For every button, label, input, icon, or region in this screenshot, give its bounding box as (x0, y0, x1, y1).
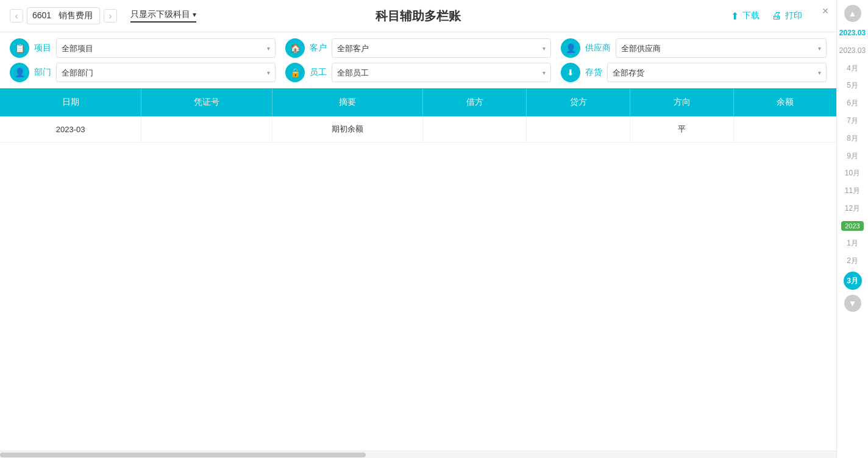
customer-select[interactable]: 全部客户 (332, 39, 550, 57)
right-sidebar: ▲ 2023.03 2023.03 4月 5月 6月 7月 8月 9月 10月 … (836, 0, 868, 458)
print-label: 打印 (785, 10, 802, 21)
filter-employee: 🔒 员工 全部员工 ▾ (285, 63, 551, 82)
supplier-select[interactable]: 全部供应商 (616, 39, 826, 57)
sidebar-down-arrow[interactable]: ▼ (844, 295, 861, 312)
cell-direction: 平 (630, 116, 734, 143)
sidebar-item-3-active[interactable]: 3月 (837, 272, 868, 290)
sidebar-item-8[interactable]: 8月 (837, 130, 868, 147)
print-icon: 🖨 (772, 10, 781, 21)
month-3-active-badge: 3月 (844, 272, 862, 290)
filter-area: 📋 项目 全部项目 ▾ 🏠 客户 全部客户 ▾ (0, 32, 836, 88)
department-icon: 👤 (10, 63, 29, 82)
department-select[interactable]: 全部部门 (57, 63, 275, 82)
employee-label: 员工 (310, 67, 327, 78)
sidebar-item-2023-03-2[interactable]: 2023.03 (837, 42, 868, 60)
filter-customer: 🏠 客户 全部客户 ▾ (285, 38, 551, 58)
sidebar-item-6[interactable]: 6月 (837, 94, 868, 112)
col-balance: 余额 (734, 88, 836, 116)
year-badge-label: 2023 (841, 221, 863, 231)
sidebar-item-12[interactable]: 12月 (837, 200, 868, 217)
cell-credit (527, 116, 630, 143)
chevron-down-icon: ▾ (193, 10, 196, 19)
filter-supplier: 👤 供应商 全部供应商 ▾ (561, 38, 827, 58)
sidebar-item-2[interactable]: 2月 (837, 252, 868, 270)
table-container: 日期 凭证号 摘要 借方 贷方 方向 余额 2023-03 期初余额 平 (0, 88, 836, 451)
project-select[interactable]: 全部项目 (57, 39, 275, 57)
inventory-label: 存货 (585, 67, 602, 78)
col-date: 日期 (0, 88, 141, 116)
cell-summary: 期初余额 (272, 116, 423, 143)
customer-icon: 🏠 (285, 38, 305, 58)
project-icon: 📋 (10, 38, 29, 58)
sidebar-item-10[interactable]: 10月 (837, 164, 868, 182)
project-select-wrapper: 全部项目 ▾ (56, 38, 276, 58)
horizontal-scrollbar[interactable] (0, 451, 836, 458)
employee-select[interactable]: 全部员工 (332, 63, 550, 82)
sidebar-item-9[interactable]: 9月 (837, 147, 868, 165)
department-select-wrapper: 全部部门 ▾ (56, 63, 276, 82)
year-2023-badge[interactable]: 2023 (841, 220, 863, 232)
col-credit: 贷方 (527, 88, 630, 116)
print-button[interactable]: 🖨 打印 (772, 10, 802, 21)
employee-select-wrapper: 全部员工 ▾ (332, 63, 551, 82)
project-label: 项目 (34, 43, 51, 54)
inventory-icon: ⬇ (561, 63, 580, 82)
close-button[interactable]: × (814, 0, 836, 22)
main-window: ‹ 6601 销售费用 › 只显示下级科目 ▾ 科目辅助多栏账 ⬆ 下载 (0, 0, 868, 458)
inventory-select[interactable]: 全部存货 (608, 63, 826, 82)
sidebar-item-2023-03-1[interactable]: 2023.03 (837, 24, 868, 42)
download-icon: ⬆ (731, 10, 739, 22)
ledger-table: 日期 凭证号 摘要 借方 贷方 方向 余额 2023-03 期初余额 平 (0, 88, 836, 143)
customer-label: 客户 (310, 43, 327, 54)
sidebar-item-11[interactable]: 11月 (837, 182, 868, 200)
sidebar-item-5[interactable]: 5月 (837, 77, 868, 94)
main-content: ‹ 6601 销售费用 › 只显示下级科目 ▾ 科目辅助多栏账 ⬆ 下载 (0, 0, 836, 458)
filter-project: 📋 项目 全部项目 ▾ (10, 38, 276, 58)
download-label: 下载 (742, 10, 760, 21)
cell-voucher (141, 116, 272, 143)
table-row: 2023-03 期初余额 平 (0, 116, 836, 143)
sidebar-item-1[interactable]: 1月 (837, 234, 868, 252)
cell-date: 2023-03 (0, 116, 141, 143)
col-summary: 摘要 (272, 88, 423, 116)
top-actions: ⬆ 下载 🖨 打印 (731, 10, 802, 22)
sidebar-item-4[interactable]: 4月 (837, 60, 868, 77)
filter-department: 👤 部门 全部部门 ▾ (10, 63, 276, 82)
col-voucher: 凭证号 (141, 88, 272, 116)
supplier-icon: 👤 (561, 38, 580, 58)
account-nav: ‹ 6601 销售费用 › 只显示下级科目 ▾ (10, 7, 196, 24)
employee-icon: 🔒 (285, 63, 305, 82)
download-button[interactable]: ⬆ 下载 (731, 10, 760, 22)
top-bar: ‹ 6601 销售费用 › 只显示下级科目 ▾ 科目辅助多栏账 ⬆ 下载 (0, 0, 836, 32)
filter-inventory: ⬇ 存货 全部存货 ▾ (561, 63, 827, 82)
inventory-select-wrapper: 全部存货 ▾ (607, 63, 827, 82)
show-sub-button[interactable]: 只显示下级科目 ▾ (130, 9, 196, 23)
sidebar-item-7[interactable]: 7月 (837, 112, 868, 130)
account-name: 销售费用 (59, 10, 93, 20)
account-code: 6601 (32, 10, 51, 20)
sidebar-up-arrow[interactable]: ▲ (844, 5, 861, 22)
cell-debit (423, 116, 527, 143)
scroll-thumb[interactable] (0, 453, 366, 457)
next-account-button[interactable]: › (104, 9, 117, 23)
col-direction: 方向 (630, 88, 734, 116)
supplier-select-wrapper: 全部供应商 ▾ (616, 38, 827, 58)
show-sub-label: 只显示下级科目 (130, 9, 190, 20)
department-label: 部门 (34, 67, 51, 78)
account-display: 6601 销售费用 (27, 7, 100, 24)
customer-select-wrapper: 全部客户 ▾ (332, 38, 551, 58)
supplier-label: 供应商 (585, 43, 611, 54)
prev-account-button[interactable]: ‹ (10, 9, 23, 23)
page-title: 科目辅助多栏账 (375, 8, 461, 24)
cell-balance (734, 116, 836, 143)
col-debit: 借方 (423, 88, 527, 116)
table-header-row: 日期 凭证号 摘要 借方 贷方 方向 余额 (0, 88, 836, 116)
